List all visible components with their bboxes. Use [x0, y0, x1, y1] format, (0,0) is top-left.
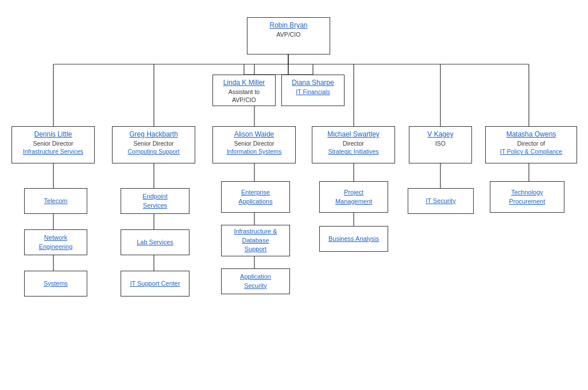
matasha-title: Director of [489, 139, 573, 148]
telecom-box: Telecom [24, 188, 87, 214]
vkagey-box: V Kagey ISO [409, 126, 472, 163]
techprocure-label2: Procurement [509, 197, 546, 206]
enterprise-label2: Applications [238, 197, 272, 206]
itsecurity-label: IT Security [425, 197, 455, 205]
alison-box: Alison Waide Senior Director Information… [212, 126, 296, 163]
matasha-name: Matasha Owens [489, 130, 573, 139]
dennis-dept: Infrastructure Services [16, 147, 91, 156]
michael-name: Michael Swartley [316, 130, 391, 139]
linda-name: Linda K Miller [216, 78, 272, 88]
robin-box: Robin Bryan AVP/CIO [247, 17, 330, 54]
vkagey-name: V Kagey [413, 130, 468, 139]
enterprise-label1: Enterprise [241, 188, 270, 197]
alison-title: Senior Director [216, 139, 292, 148]
infra-label3: Support [245, 245, 267, 253]
greg-box: Greg Hackbarth Senior Director Computing… [112, 126, 195, 163]
diana-name: Diana Sharpe [285, 78, 341, 88]
greg-name: Greg Hackbarth [116, 130, 191, 139]
infra-label2: Database [242, 236, 269, 245]
diana-dept: IT Financials [285, 88, 341, 96]
project-box: Project Management [319, 181, 388, 213]
linda-box: Linda K Miller Assistant to AVP/CIO [212, 75, 276, 106]
infra-label1: Infrastructure & [234, 227, 277, 236]
itsupport-label: IT Support Center [130, 279, 180, 288]
systems-box: Systems [24, 271, 87, 297]
appsec-label1: Application [240, 272, 271, 281]
itsupport-box: IT Support Center [121, 271, 189, 297]
org-chart: Robin Bryan AVP/CIO Linda K Miller Assis… [0, 0, 588, 390]
project-label1: Project [344, 188, 363, 197]
techprocure-label1: Technology [511, 188, 543, 197]
network-label1: Network [44, 233, 67, 242]
dennis-title: Senior Director [16, 139, 91, 148]
matasha-dept: IT Policy & Compliance [489, 147, 573, 156]
network-label2: Engineering [39, 243, 73, 251]
project-label2: Management [335, 197, 372, 206]
dennis-box: Dennis Little Senior Director Infrastruc… [11, 126, 95, 163]
diana-box: Diana Sharpe IT Financials [281, 75, 345, 106]
alison-dept: Information Systems [216, 147, 292, 156]
michael-title: Director [316, 139, 391, 148]
endpoint-label2: Services [143, 201, 167, 210]
systems-label: Systems [44, 279, 68, 288]
robin-title: AVP/CIO [251, 30, 326, 39]
michael-box: Michael Swartley Director Strategic Init… [312, 126, 395, 163]
greg-title: Senior Director [116, 139, 191, 148]
vkagey-title: ISO [413, 139, 468, 148]
dennis-name: Dennis Little [16, 130, 91, 139]
bizanalysis-label: Business Analysis [328, 235, 379, 243]
network-box: Network Engineering [24, 229, 87, 255]
michael-dept: Strategic Initiatives [316, 147, 391, 156]
matasha-box: Matasha Owens Director of IT Policy & Co… [485, 126, 577, 163]
appsec-box: Application Security [221, 268, 290, 294]
alison-name: Alison Waide [216, 130, 292, 139]
itsecurity-box: IT Security [408, 188, 474, 214]
linda-title2: AVP/CIO [216, 96, 272, 104]
enterprise-box: Enterprise Applications [221, 181, 290, 213]
robin-name: Robin Bryan [251, 21, 326, 30]
techprocure-box: Technology Procurement [490, 181, 564, 213]
greg-dept: Computing Support [116, 147, 191, 156]
endpoint-box: Endpoint Services [121, 188, 189, 214]
linda-title1: Assistant to [216, 88, 272, 96]
lab-label: Lab Services [137, 238, 173, 247]
appsec-label2: Security [244, 282, 267, 290]
infra-box: Infrastructure & Database Support [221, 225, 290, 256]
telecom-label: Telecom [44, 197, 68, 205]
endpoint-label1: Endpoint [142, 192, 167, 201]
bizanalysis-box: Business Analysis [319, 226, 388, 252]
lab-box: Lab Services [121, 229, 189, 255]
